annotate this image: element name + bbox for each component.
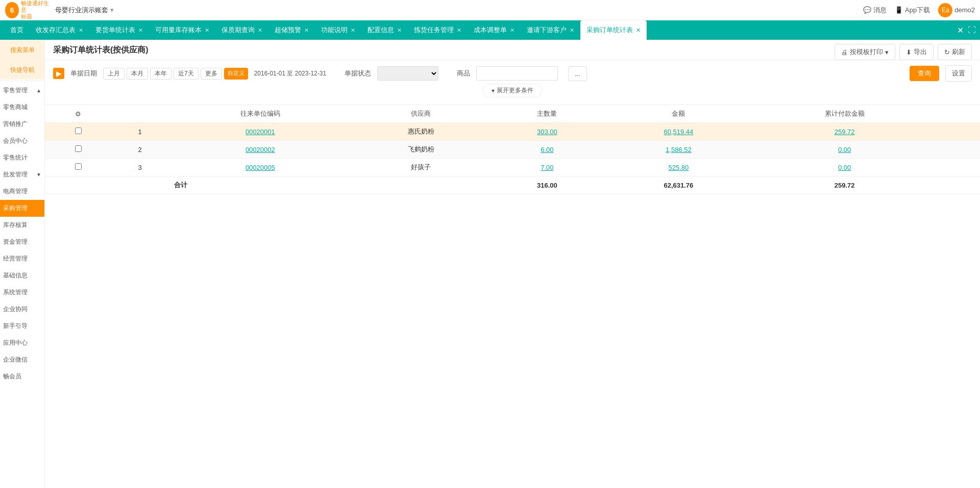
- cell-quantity[interactable]: 6.00: [489, 141, 605, 159]
- tab-shoufacun[interactable]: 收发存汇总表 ✕: [30, 20, 89, 40]
- period-this-year[interactable]: 本年: [150, 68, 172, 80]
- cell-code[interactable]: 00020005: [168, 159, 352, 176]
- table-row: 2 00020002 飞鹤奶粉 6.00 1,586.52 0.00: [45, 141, 980, 159]
- tab-yaoqing[interactable]: 邀请下游客户 ✕: [521, 20, 580, 40]
- footer-extra: [937, 176, 980, 194]
- logo-icon: 6: [5, 2, 19, 18]
- sidebar-item-basic-info[interactable]: 基础信息: [0, 267, 44, 284]
- settings-button[interactable]: 设置: [945, 65, 972, 82]
- tab-yaohuo[interactable]: 要货单统计表 ✕: [89, 20, 149, 40]
- cell-quantity[interactable]: 303.00: [489, 123, 605, 141]
- chevron-down-icon: ▼: [36, 172, 41, 177]
- period-more[interactable]: 更多: [201, 68, 222, 80]
- cell-paid[interactable]: 0.00: [752, 141, 937, 159]
- sidebar-search[interactable]: 搜索菜单: [0, 40, 44, 61]
- period-this-month[interactable]: 本月: [127, 68, 148, 80]
- print-button[interactable]: 🖨 按模板打印 ▾: [835, 44, 895, 60]
- message-button[interactable]: 💬 消息: [863, 6, 887, 15]
- close-window-icon[interactable]: ✕: [957, 25, 964, 35]
- sidebar-item-app-center[interactable]: 应用中心: [0, 335, 44, 351]
- expand-more-conditions[interactable]: ▾ 展开更多条件: [483, 84, 542, 97]
- cell-amount[interactable]: 525.80: [605, 159, 753, 176]
- period-7days[interactable]: 近7天: [174, 68, 199, 80]
- app-icon: 📱: [895, 6, 903, 14]
- cell-checkbox[interactable]: [45, 159, 112, 176]
- query-button[interactable]: 查询: [910, 66, 939, 81]
- sidebar-item-system[interactable]: 系统管理: [0, 284, 44, 301]
- filter-row-1: ▶ 单据日期 上月 本月 本年 近7天 更多 自定义 2016-01-01 至 …: [53, 65, 972, 82]
- row-checkbox[interactable]: [75, 163, 82, 170]
- more-filter-button[interactable]: ...: [568, 66, 587, 81]
- tab-close-icon[interactable]: ✕: [304, 27, 309, 34]
- page-header-actions: 🖨 按模板打印 ▾ ⬇ 导出 ↻ 刷新: [835, 44, 972, 60]
- tab-close-icon[interactable]: ✕: [79, 27, 83, 34]
- footer-row: 合计 316.00 62,631.76 259.72: [45, 176, 980, 194]
- period-last-month[interactable]: 上月: [103, 68, 125, 80]
- tab-home[interactable]: 首页: [4, 20, 30, 40]
- cell-amount[interactable]: 60,519.44: [605, 123, 753, 141]
- sidebar-item-retail-mgmt[interactable]: 零售管理 ▲: [0, 82, 44, 99]
- sidebar-shortcut[interactable]: 快捷导航: [0, 61, 44, 80]
- column-paid: 累计付款金额: [752, 105, 937, 123]
- tab-close-icon[interactable]: ✕: [205, 27, 209, 34]
- cell-amount[interactable]: 1,586.52: [605, 141, 753, 159]
- state-filter-select[interactable]: [377, 66, 438, 81]
- tab-chaochuyujing[interactable]: 超储预警 ✕: [268, 20, 315, 40]
- tab-close-icon[interactable]: ✕: [510, 27, 514, 34]
- tab-gongneng[interactable]: 功能说明 ✕: [315, 20, 361, 40]
- chevron-down-icon: ▲: [36, 88, 41, 93]
- tab-caigou-active[interactable]: 采购订单统计表 ✕: [580, 20, 647, 40]
- table-area: ⚙ 往来单位编码 供应商 主数量 金额 累计付款金额: [45, 105, 980, 488]
- cell-paid[interactable]: 0.00: [752, 159, 937, 176]
- table-body: 1 00020001 惠氏奶粉 303.00 60,519.44 259.72 …: [45, 123, 980, 176]
- sidebar-item-finance[interactable]: 资金管理: [0, 234, 44, 250]
- cell-extra: [937, 159, 980, 176]
- sidebar-item-ecommerce[interactable]: 电商管理: [0, 183, 44, 200]
- app-download-button[interactable]: 📱 App下载: [895, 6, 930, 15]
- footer-quantity: 316.00: [489, 176, 605, 194]
- export-button[interactable]: ⬇ 导出: [899, 44, 934, 60]
- cell-code[interactable]: 00020001: [168, 123, 352, 141]
- tab-peizhi[interactable]: 配置信息 ✕: [361, 20, 408, 40]
- sidebar-item-enterprise[interactable]: 企业协同: [0, 301, 44, 318]
- tab-kuyongliang[interactable]: 可用量库存账本 ✕: [149, 20, 215, 40]
- tab-close-icon[interactable]: ✕: [636, 27, 641, 34]
- filter-toggle-button[interactable]: ▶: [53, 68, 64, 79]
- footer-paid: 259.72: [752, 176, 937, 194]
- sidebar-item-newbie[interactable]: 新手引导: [0, 318, 44, 335]
- sidebar-item-purchase[interactable]: 采购管理: [0, 200, 44, 217]
- cell-code[interactable]: 00020002: [168, 141, 352, 159]
- row-checkbox[interactable]: [75, 127, 82, 134]
- goods-filter-input[interactable]: [476, 66, 558, 81]
- sidebar-item-retail-store[interactable]: 零售商城: [0, 99, 44, 116]
- cell-checkbox[interactable]: [45, 123, 112, 141]
- sidebar-item-inventory[interactable]: 库存核算: [0, 217, 44, 234]
- sidebar-item-marketing[interactable]: 营销推广: [0, 116, 44, 133]
- fullscreen-icon[interactable]: ⛶: [968, 25, 976, 35]
- sidebar-item-operations[interactable]: 经营管理: [0, 250, 44, 267]
- cell-checkbox[interactable]: [45, 141, 112, 159]
- column-settings[interactable]: ⚙: [45, 105, 112, 123]
- tab-close-icon[interactable]: ✕: [397, 27, 402, 34]
- user-avatar[interactable]: Ea demo2: [938, 3, 975, 17]
- tab-chengben[interactable]: 成本调整单 ✕: [468, 20, 521, 40]
- sidebar-item-member-club[interactable]: 畅会员: [0, 368, 44, 385]
- tab-close-icon[interactable]: ✕: [351, 27, 355, 34]
- cell-paid[interactable]: 259.72: [752, 123, 937, 141]
- tab-baozhi[interactable]: 保质期查询 ✕: [215, 20, 268, 40]
- sidebar-item-wholesale[interactable]: 批发管理 ▼: [0, 166, 44, 183]
- sidebar-item-enterprise-wechat[interactable]: 企业微信: [0, 351, 44, 368]
- tab-jianhuo[interactable]: 拣货任务管理 ✕: [408, 20, 468, 40]
- tab-close-icon[interactable]: ✕: [570, 27, 574, 34]
- workspace-selector[interactable]: 母婴行业演示账套 ▾: [50, 6, 863, 15]
- sidebar-item-member[interactable]: 会员中心: [0, 133, 44, 149]
- cell-quantity[interactable]: 7.00: [489, 159, 605, 176]
- refresh-button[interactable]: ↻ 刷新: [938, 44, 972, 60]
- dropdown-arrow-icon: ▾: [885, 48, 889, 56]
- tab-close-icon[interactable]: ✕: [457, 27, 461, 34]
- row-checkbox[interactable]: [75, 145, 82, 152]
- tab-close-icon[interactable]: ✕: [258, 27, 262, 34]
- tab-close-icon[interactable]: ✕: [138, 27, 143, 34]
- sidebar-item-retail-stats[interactable]: 零售统计: [0, 149, 44, 166]
- cell-index: 1: [112, 123, 168, 141]
